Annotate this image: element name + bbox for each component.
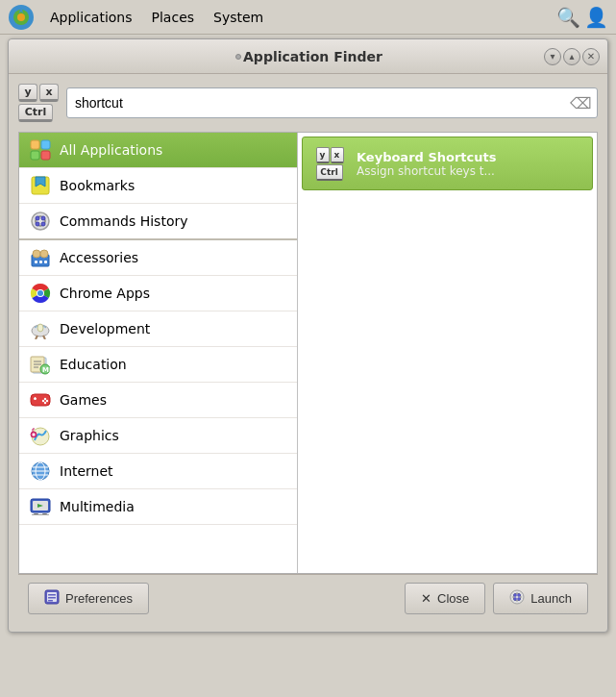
svg-point-61: [518, 594, 521, 597]
menu-system[interactable]: System: [206, 6, 271, 29]
commands-history-icon: [29, 210, 52, 233]
svg-text:ML: ML: [42, 366, 51, 374]
window-content: y x Ctrl ⌫: [9, 74, 607, 632]
search-input[interactable]: [66, 87, 598, 118]
list-item-bookmarks[interactable]: Bookmarks: [19, 168, 297, 204]
menubar-icons: 🔍 👤: [556, 6, 608, 29]
launch-icon: [509, 589, 525, 608]
svg-point-11: [36, 216, 39, 220]
list-item-development-label: Development: [60, 321, 150, 336]
list-item-chrome-apps-label: Chrome Apps: [60, 286, 150, 301]
search-area: y x Ctrl ⌫: [18, 84, 598, 122]
close-label: Close: [437, 591, 469, 606]
svg-rect-20: [44, 261, 47, 263]
list-item-commands-history[interactable]: Commands History: [19, 204, 297, 240]
svg-rect-19: [39, 261, 42, 263]
svg-rect-4: [41, 140, 50, 149]
app-item-description: Assign shortcut keys t...: [357, 164, 496, 178]
svg-point-17: [40, 250, 48, 258]
menubar: Applications Places System 🔍 👤: [0, 0, 616, 35]
svg-point-14: [41, 222, 45, 226]
chrome-apps-icon: [29, 282, 52, 305]
all-applications-icon: [29, 138, 52, 162]
main-panel: All Applications Bookmarks: [18, 132, 598, 574]
key-y: y: [18, 84, 37, 102]
svg-point-42: [33, 434, 36, 436]
svg-point-9: [32, 212, 49, 230]
results-panel: y x Ctrl Keyboard Shortcuts Assign short…: [298, 133, 597, 573]
list-item-graphics[interactable]: Graphics: [19, 418, 297, 454]
svg-point-62: [514, 598, 517, 601]
menu-places[interactable]: Places: [144, 6, 203, 29]
accessories-icon: [29, 246, 52, 269]
minimize-button[interactable]: ▾: [544, 48, 561, 65]
list-item-games-label: Games: [60, 392, 107, 408]
app-item-title: Keyboard Shortcuts: [357, 150, 496, 164]
list-item-multimedia-label: Multimedia: [60, 499, 135, 514]
maximize-button[interactable]: ▴: [563, 48, 580, 65]
list-item-education[interactable]: ML Education: [19, 347, 297, 383]
svg-point-60: [514, 594, 517, 597]
list-item-accessories[interactable]: Accessories: [19, 240, 297, 276]
list-item-multimedia[interactable]: Multimedia: [19, 489, 297, 525]
svg-rect-55: [48, 594, 56, 596]
application-finder-window: Application Finder ▾ ▴ ✕ y x Ctrl: [8, 38, 608, 633]
key-ctrl: Ctrl: [18, 104, 53, 122]
list-item-bookmarks-label: Bookmarks: [60, 178, 135, 193]
app-key-ctrl: Ctrl: [316, 164, 343, 181]
preferences-label: Preferences: [65, 591, 133, 606]
svg-rect-5: [31, 151, 39, 160]
titlebar-controls: ▾ ▴ ✕: [544, 48, 600, 65]
launch-button[interactable]: Launch: [493, 583, 588, 614]
svg-point-16: [33, 250, 40, 258]
svg-point-37: [42, 400, 44, 402]
keyboard-shortcuts-app-icon: y x Ctrl: [310, 144, 349, 183]
svg-point-2: [17, 13, 25, 21]
close-button[interactable]: ✕: [582, 48, 600, 65]
svg-point-25: [37, 324, 43, 332]
list-item-chrome-apps[interactable]: Chrome Apps: [19, 276, 297, 311]
list-item-development[interactable]: Development: [19, 311, 297, 347]
preferences-button[interactable]: Preferences: [28, 583, 149, 614]
svg-rect-56: [48, 597, 56, 599]
svg-rect-35: [35, 397, 37, 400]
svg-point-39: [44, 402, 46, 404]
right-buttons: ✕ Close Launch: [405, 583, 588, 614]
list-item-accessories-label: Accessories: [60, 250, 138, 265]
keyboard-shortcut-icon: y x Ctrl: [18, 84, 59, 122]
multimedia-icon: [29, 495, 52, 518]
list-item-all-applications-label: All Applications: [60, 142, 162, 158]
close-icon: ✕: [421, 591, 431, 606]
launch-label: Launch: [530, 591, 572, 606]
key-x: x: [39, 84, 59, 102]
menu-applications[interactable]: Applications: [42, 6, 140, 29]
app-item-text: Keyboard Shortcuts Assign shortcut keys …: [357, 150, 496, 178]
user-icon[interactable]: 👤: [584, 6, 608, 29]
app-item-keyboard-shortcuts[interactable]: y x Ctrl Keyboard Shortcuts Assign short…: [302, 137, 593, 190]
svg-point-13: [36, 222, 39, 226]
app-key-y: y: [316, 147, 330, 163]
list-item-graphics-label: Graphics: [60, 428, 119, 443]
category-list: All Applications Bookmarks: [19, 133, 298, 573]
list-item-all-applications[interactable]: All Applications: [19, 133, 297, 168]
search-icon[interactable]: 🔍: [556, 6, 580, 29]
titlebar-dot: [235, 54, 241, 60]
svg-point-36: [44, 398, 46, 400]
search-clear-button[interactable]: ⌫: [568, 92, 594, 114]
list-item-internet[interactable]: Internet: [19, 454, 297, 489]
os-logo[interactable]: [8, 4, 35, 31]
svg-point-12: [41, 216, 45, 220]
education-icon: ML: [29, 353, 52, 376]
close-button[interactable]: ✕ Close: [405, 583, 485, 614]
games-icon: [29, 388, 52, 411]
svg-point-58: [510, 590, 524, 604]
svg-rect-3: [31, 140, 39, 149]
list-item-internet-label: Internet: [60, 463, 113, 479]
search-input-wrap: ⌫: [66, 87, 598, 118]
titlebar: Application Finder ▾ ▴ ✕: [9, 39, 607, 74]
bookmarks-icon: [29, 174, 52, 197]
list-item-games[interactable]: Games: [19, 383, 297, 418]
internet-icon: [29, 460, 52, 483]
svg-point-23: [37, 290, 43, 296]
svg-rect-6: [41, 151, 50, 160]
